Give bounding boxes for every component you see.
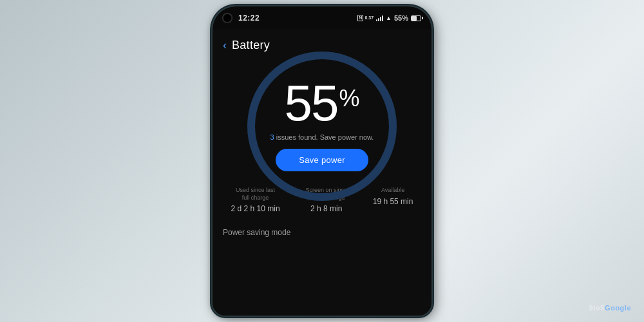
save-power-button[interactable]: Save power <box>276 149 368 171</box>
back-button[interactable]: ‹ <box>223 39 227 52</box>
wifi-icon: ▲ <box>386 15 392 21</box>
watermark-text: 9to5 <box>589 304 605 312</box>
status-bar: 12:22 N 0.37 <box>213 6 431 30</box>
percentage-container: 55 % 3 issues found. Save power now. Sav… <box>213 78 431 171</box>
phone-body: 12:22 N 0.37 <box>213 6 431 316</box>
status-left: 12:22 <box>223 14 260 23</box>
power-saving-label: Power saving mode <box>223 228 290 237</box>
phone-wrapper: 12:22 N 0.37 <box>187 6 457 316</box>
battery-icon <box>411 15 421 21</box>
issues-count: 3 <box>270 133 274 141</box>
battery-percent-text: 55% <box>394 14 408 22</box>
data-icon: 0.37 <box>365 15 374 20</box>
scene: 12:22 N 0.37 <box>0 0 644 322</box>
percentage-symbol: % <box>339 87 359 110</box>
signal-icon <box>376 15 383 21</box>
screen: 12:22 N 0.37 <box>213 6 431 316</box>
watermark-text-blue: Google <box>605 304 631 312</box>
percentage-number: 55 <box>285 78 338 128</box>
issues-text: 3 issues found. Save power now. <box>270 133 374 141</box>
camera-hole <box>223 14 232 23</box>
battery-screen: ‹ Battery 55 % 3 issues found. Save powe… <box>213 30 431 316</box>
status-right: N 0.37 ▲ 55% <box>357 14 421 22</box>
issues-message: issues found. Save power now. <box>276 133 374 141</box>
sim-icon: N <box>357 15 363 21</box>
watermark: 9to5Google <box>589 304 631 312</box>
status-time: 12:22 <box>238 14 260 23</box>
power-saving-section: Power saving mode <box>213 226 431 238</box>
percentage-display: 55 % <box>285 78 360 128</box>
